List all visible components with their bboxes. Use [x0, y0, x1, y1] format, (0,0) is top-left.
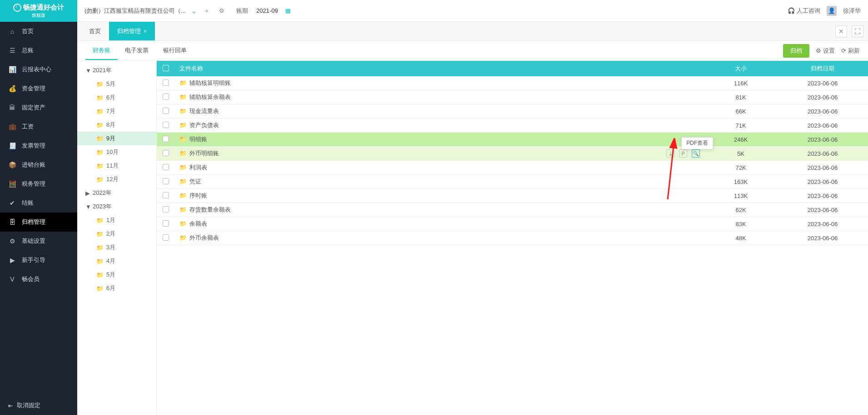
table-row[interactable]: 📁利润表 72K 2023-06-06	[157, 161, 868, 175]
row-name: 📁外币余额表	[175, 231, 704, 245]
row-checkbox[interactable]	[157, 175, 175, 189]
row-checkbox[interactable]	[157, 104, 175, 119]
table-row[interactable]: 📁现金流量表 66K 2023-06-06	[157, 104, 868, 119]
row-name: 📁存货数量余额表	[175, 203, 704, 217]
row-date: 2023-06-06	[777, 147, 868, 161]
sidebar-item-label: 发票管理	[22, 142, 45, 150]
fullscreen-button[interactable]: ⛶	[852, 25, 863, 37]
settings-link[interactable]: ⚙ 设置	[816, 47, 835, 55]
tree-month[interactable]: 📁2月	[77, 227, 156, 241]
sidebar-item-tax[interactable]: 🧮税务管理	[0, 174, 77, 193]
table-row[interactable]: 📁凭证 163K 2023-06-06	[157, 175, 868, 189]
refresh-link[interactable]: ⟳ 刷新	[841, 47, 860, 55]
sidebar-item-invoice[interactable]: 🧾发票管理	[0, 136, 77, 155]
tab-close-button[interactable]: ✕	[835, 25, 847, 37]
company-dropdown-icon[interactable]: ⌄	[191, 7, 197, 15]
row-checkbox[interactable]	[157, 189, 175, 203]
row-checkbox[interactable]	[157, 203, 175, 217]
row-checkbox[interactable]	[157, 161, 175, 175]
folder-icon: 📁	[96, 258, 104, 265]
row-name: 📁外币明细账 ⭳ P 🔍	[175, 147, 704, 161]
table-row[interactable]: 📁辅助核算明细账 116K 2023-06-06	[157, 76, 868, 90]
tree-month[interactable]: 📁6月	[77, 282, 156, 295]
tree-month[interactable]: 📁1月	[77, 213, 156, 227]
table-row[interactable]: 📁外币余额表 48K 2023-06-06	[157, 231, 868, 245]
caret-right-icon: ▶	[85, 190, 90, 197]
table-row[interactable]: 📁存货数量余额表 62K 2023-06-06	[157, 203, 868, 217]
tree-month[interactable]: 📁9月	[77, 132, 156, 145]
consult-button[interactable]: 🎧 人工咨询	[788, 7, 820, 15]
row-checkbox[interactable]	[157, 231, 175, 245]
sidebar-item-archive[interactable]: 🗄归档管理	[0, 212, 77, 232]
tree-month[interactable]: 📁8月	[77, 118, 156, 132]
sidebar-item-settings[interactable]: ⚙基础设置	[0, 232, 77, 251]
download-icon[interactable]: ⭳	[666, 149, 675, 158]
row-name: 📁明细账	[175, 133, 704, 147]
row-checkbox[interactable]	[157, 90, 175, 104]
period-value[interactable]: 2021-09	[256, 7, 278, 14]
table-row[interactable]: 📁资产负债表 71K 2023-06-06	[157, 119, 868, 133]
row-checkbox[interactable]	[157, 217, 175, 231]
subtab[interactable]: 银行回单	[156, 42, 194, 60]
avatar-icon: 👤	[827, 6, 837, 16]
tree-month[interactable]: 📁7月	[77, 104, 156, 118]
sidebar-item-vip[interactable]: V畅会员	[0, 270, 77, 289]
tree-month[interactable]: 📁5月	[77, 77, 156, 91]
tree-year[interactable]: ▼2021年	[77, 64, 156, 77]
refresh-icon: ⟳	[841, 47, 846, 54]
sidebar-item-chart[interactable]: 📊云报表中心	[0, 60, 77, 79]
sidebar-item-payroll[interactable]: 💼工资	[0, 117, 77, 136]
tree-month[interactable]: 📁4月	[77, 254, 156, 268]
row-date: 2023-06-06	[777, 203, 868, 217]
col-checkbox[interactable]	[157, 61, 175, 76]
folder-icon: 📁	[96, 244, 104, 251]
row-size: 71K	[704, 119, 777, 133]
tooltip-text: PDF查看	[686, 140, 708, 146]
subtab[interactable]: 财务账	[85, 42, 118, 60]
row-checkbox[interactable]	[157, 76, 175, 90]
sidebar-item-asset[interactable]: 🏛固定资产	[0, 98, 77, 117]
sidebar-item-money[interactable]: 💰资金管理	[0, 79, 77, 98]
row-date: 2023-06-06	[777, 133, 868, 147]
tree-month[interactable]: 📁5月	[77, 268, 156, 282]
page-tab[interactable]: 归档管理×	[109, 22, 155, 40]
row-checkbox[interactable]	[157, 133, 175, 147]
row-checkbox[interactable]	[157, 119, 175, 133]
page-tab[interactable]: 首页	[81, 22, 109, 40]
row-checkbox[interactable]	[157, 147, 175, 161]
tree-month[interactable]: 📁12月	[77, 173, 156, 186]
pdf-view-icon[interactable]: 🔍	[692, 149, 700, 158]
table-row[interactable]: 📁外币明细账 ⭳ P 🔍 5K 2023-06-06	[157, 147, 868, 161]
pdf-icon[interactable]: P	[679, 149, 687, 158]
sidebar-item-stock[interactable]: 📦进销台账	[0, 155, 77, 174]
table-row[interactable]: 📁辅助核算余额表 81K 2023-06-06	[157, 90, 868, 104]
sidebar-unpin[interactable]: ⇤ 取消固定	[0, 396, 77, 415]
tab-close-icon[interactable]: ×	[144, 28, 147, 35]
subtab[interactable]: 电子发票	[118, 42, 156, 60]
table-row[interactable]: 📁序时账 113K 2023-06-06	[157, 189, 868, 203]
archive-button[interactable]: 归档	[783, 44, 809, 58]
sidebar-item-home[interactable]: ⌂首页	[0, 22, 77, 41]
sidebar-item-close[interactable]: ✔结账	[0, 193, 77, 212]
tree-month[interactable]: 📁10月	[77, 145, 156, 159]
row-size: 62K	[704, 203, 777, 217]
add-icon[interactable]: ＋	[202, 5, 212, 17]
caret-down-icon: ▼	[85, 67, 90, 74]
username[interactable]: 徐泽华	[843, 7, 861, 15]
main-area: (勿删）江西服宝精品有限责任公司（... ⌄ ＋ ⚙ 账期 2021-09 ▦ …	[77, 0, 868, 415]
company-selector[interactable]: (勿删）江西服宝精品有限责任公司（...	[84, 7, 186, 15]
tree-month[interactable]: 📁3月	[77, 241, 156, 254]
sidebar-item-ledger[interactable]: ☰总账	[0, 41, 77, 60]
row-name: 📁凭证	[175, 175, 704, 189]
tree-year[interactable]: ▼2023年	[77, 200, 156, 213]
tree-year[interactable]: ▶2022年	[77, 186, 156, 200]
table-row[interactable]: 📁明细账 246K 2023-06-06	[157, 133, 868, 147]
calendar-icon[interactable]: ▦	[283, 5, 293, 16]
tree-month[interactable]: 📁11月	[77, 159, 156, 173]
table-row[interactable]: 📁余额表 83K 2023-06-06	[157, 217, 868, 231]
sidebar-item-label: 结账	[22, 199, 34, 207]
sidebar-item-guide[interactable]: ▶新手引导	[0, 251, 77, 270]
tree-month[interactable]: 📁6月	[77, 91, 156, 104]
tree-month-label: 4月	[106, 257, 115, 265]
gear-icon[interactable]: ⚙	[217, 5, 226, 16]
